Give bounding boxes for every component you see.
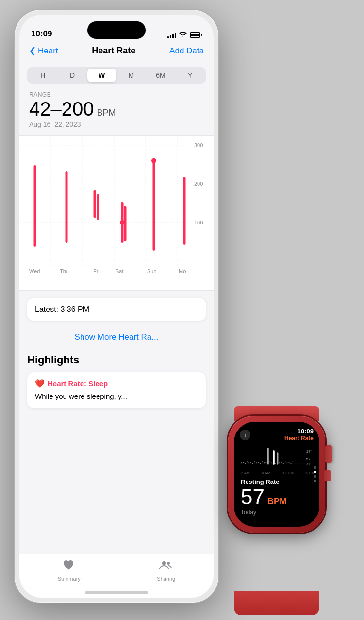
back-label: Heart — [38, 46, 58, 56]
svg-text:Wed: Wed — [29, 268, 40, 274]
range-label: RANGE — [29, 91, 116, 98]
svg-point-32 — [243, 462, 244, 463]
svg-point-33 — [245, 463, 246, 464]
svg-point-35 — [248, 462, 249, 463]
watch-scroll-dots — [314, 466, 316, 482]
summary-label: Summary — [58, 576, 81, 582]
tab-6m[interactable]: 6M — [147, 69, 175, 82]
svg-point-52 — [281, 462, 282, 463]
range-section: RANGE 42–200 BPM Aug 16–22, 2023 — [29, 91, 116, 128]
highlights-title: Highlights — [27, 354, 206, 366]
svg-point-39 — [256, 462, 257, 463]
watch-chart: 174 57 43 — [234, 444, 319, 472]
time-filter-tabs: H D W M 6M Y — [27, 67, 206, 84]
svg-point-44 — [265, 462, 266, 463]
svg-point-56 — [289, 462, 290, 463]
tab-d[interactable]: D — [58, 69, 87, 82]
watch-band-bottom — [234, 591, 319, 615]
watch-dot-2 — [314, 471, 316, 473]
tab-w[interactable]: W — [87, 69, 116, 82]
back-button[interactable]: ❮ Heart — [29, 46, 58, 56]
heart-icon: ❤️ — [35, 379, 45, 388]
watch-crown — [325, 445, 332, 463]
svg-point-40 — [258, 462, 259, 463]
tab-h[interactable]: H — [29, 69, 57, 82]
svg-text:Fri: Fri — [93, 268, 99, 274]
wifi-icon — [179, 31, 187, 39]
range-date: Aug 16–22, 2023 — [29, 121, 116, 128]
svg-text:Sat: Sat — [116, 268, 124, 274]
watch-time: 10:09 — [284, 428, 314, 435]
svg-text:200: 200 — [194, 181, 203, 187]
svg-point-55 — [287, 462, 288, 463]
svg-point-49 — [275, 463, 276, 464]
add-data-button[interactable]: Add Data — [169, 46, 204, 56]
highlight-body: While you were sleeping, y... — [35, 391, 198, 401]
watch-today: Today — [234, 508, 319, 517]
svg-text:Sun: Sun — [147, 268, 157, 274]
svg-point-53 — [283, 463, 284, 464]
watch-bpm-number: 57 — [241, 486, 265, 508]
dynamic-island — [87, 21, 146, 39]
watch-label-6pm: 6 PM — [305, 471, 314, 475]
watch-side-button — [324, 470, 331, 481]
latest-reading-box: Latest: 3:36 PM — [27, 298, 206, 321]
nav-bar: ❮ Heart Heart Rate Add Data — [19, 44, 214, 60]
watch-info-button[interactable]: i — [240, 430, 250, 440]
summary-icon — [63, 559, 75, 574]
svg-text:Thu: Thu — [60, 268, 69, 274]
highlight-card[interactable]: ❤️ Heart Rate: Sleep While you were slee… — [27, 372, 206, 408]
svg-text:174: 174 — [306, 449, 313, 454]
show-more-button[interactable]: Show More Heart Ra... — [27, 327, 206, 347]
watch-resting-section: Resting Rate 57 BPM — [234, 475, 319, 508]
watch-dot-3 — [314, 475, 316, 478]
tab-m[interactable]: M — [117, 69, 146, 82]
svg-text:Mo: Mo — [179, 268, 186, 274]
range-unit: BPM — [97, 108, 116, 118]
svg-point-46 — [269, 461, 270, 462]
watch-info-icon: i — [244, 432, 246, 438]
phone-shell: 10:09 — [15, 10, 218, 603]
home-indicator — [85, 591, 148, 594]
svg-point-34 — [247, 461, 248, 462]
watch-body: i 10:09 Heart Rate — [228, 416, 325, 533]
svg-point-41 — [260, 463, 261, 464]
tab-y[interactable]: Y — [176, 69, 204, 82]
watch-label-6am: 6 AM — [262, 471, 270, 475]
sharing-label: Sharing — [157, 576, 175, 582]
watch-title: Heart Rate — [284, 435, 314, 442]
svg-text:57: 57 — [306, 457, 311, 461]
svg-point-47 — [271, 462, 272, 463]
svg-point-37 — [252, 463, 253, 464]
chevron-left-icon: ❮ — [29, 46, 36, 56]
svg-point-38 — [254, 461, 255, 462]
latest-text: Latest: 3:36 PM — [35, 305, 89, 313]
watch-resting-label: Resting Rate — [241, 478, 313, 485]
page-title: Heart Rate — [92, 46, 135, 56]
svg-point-43 — [264, 462, 265, 463]
svg-point-42 — [262, 461, 263, 462]
svg-point-36 — [250, 462, 251, 463]
watch-dot-1 — [314, 466, 316, 469]
tab-summary[interactable]: Summary — [58, 559, 81, 582]
sharing-icon — [159, 559, 173, 574]
watch-label-12am: 12 AM — [239, 471, 250, 475]
watch-shell: i 10:09 Heart Rate — [228, 416, 325, 533]
apple-watch: i 10:09 Heart Rate — [194, 401, 359, 605]
watch-label-12pm: 12 PM — [282, 471, 294, 475]
svg-point-58 — [292, 461, 293, 462]
svg-text:300: 300 — [194, 142, 203, 148]
svg-point-51 — [279, 462, 280, 463]
svg-text:100: 100 — [194, 220, 203, 225]
status-time: 10:09 — [31, 29, 52, 40]
battery-icon — [190, 32, 202, 38]
phone-screen: 10:09 — [19, 15, 214, 598]
highlights-section: Highlights ❤️ Heart Rate: Sleep While yo… — [27, 354, 206, 408]
watch-dot-4 — [314, 480, 316, 482]
svg-point-57 — [290, 463, 291, 464]
watch-screen: i 10:09 Heart Rate — [234, 422, 319, 527]
heart-rate-chart: 300 200 100 Wed Thu Fri Sat Sun Mo — [19, 135, 214, 291]
range-value: 42–200 — [29, 98, 94, 120]
tab-sharing[interactable]: Sharing — [157, 559, 175, 582]
signal-icon — [167, 32, 176, 38]
